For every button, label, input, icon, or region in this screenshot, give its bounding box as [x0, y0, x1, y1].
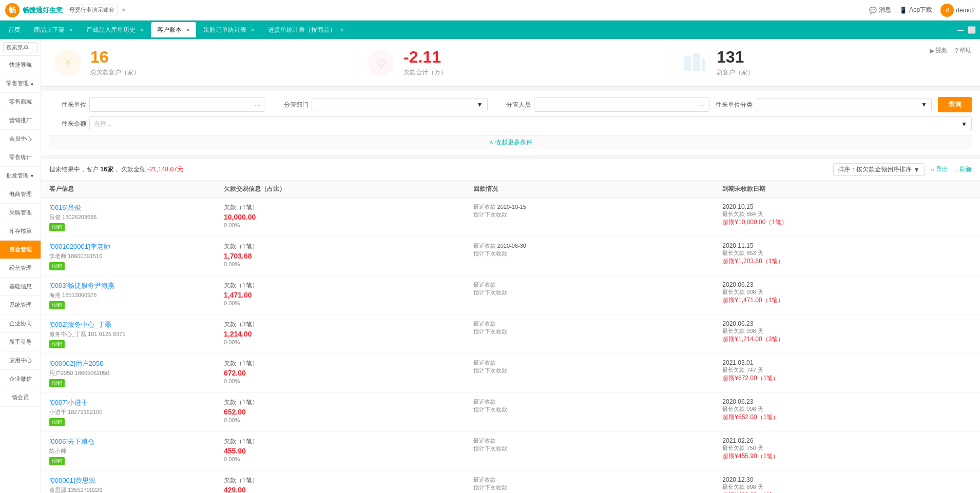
- sidebar-item-enterprise-wechat[interactable]: 企业微信: [0, 370, 41, 388]
- sidebar-item-ecommerce[interactable]: 电商管理: [0, 185, 41, 204]
- sidebar-item-app-center[interactable]: 应用中心: [0, 351, 41, 370]
- filter-item-vendor: 往来单位 ···: [49, 97, 265, 112]
- customer-sub-8: 黄思源 13552700226: [49, 486, 224, 493]
- table-row: [0001020001]李老师 李老师 18600391516 现销 欠款（1笔…: [41, 237, 980, 276]
- due-date-1: 2020.10.15: [722, 203, 972, 210]
- customer-info-2: [0001020001]李老师 李老师 18600391516 现销: [49, 242, 224, 270]
- collapse-label: 收起更多条件: [495, 139, 532, 146]
- customer-info-3: [0003]畅捷服务尹海燕 海燕 18513066976 现销: [49, 281, 224, 309]
- filter-input-person[interactable]: ···: [534, 97, 710, 112]
- next-return-5: 预计下次收款: [473, 367, 723, 374]
- due-amount-5[interactable]: 超期¥672.00（1笔）: [722, 374, 972, 383]
- tab-purchase-order[interactable]: 采购订单统计表 ✕: [197, 22, 261, 37]
- due-amount-1[interactable]: 超期¥10,000.00（1笔）: [722, 218, 972, 227]
- sidebar-item-basic-info[interactable]: 基础信息: [0, 278, 41, 296]
- customer-name-8[interactable]: [000001]黄思源: [49, 476, 224, 485]
- search-button[interactable]: 查询: [938, 97, 972, 112]
- video-link[interactable]: ▶ 视频: [930, 46, 948, 55]
- export-button[interactable]: ○ 导出: [931, 165, 948, 174]
- sidebar-item-enterprise-collab[interactable]: 企业协同: [0, 314, 41, 333]
- sidebar-item-system-mgmt[interactable]: 系统管理: [0, 296, 41, 314]
- sidebar-item-marketing[interactable]: 营销推广: [0, 111, 41, 130]
- sidebar-item-marketing-label: 营销推广: [9, 117, 32, 123]
- tab-stock-stats[interactable]: 进货单统计表（按商品） ✕: [262, 22, 350, 37]
- tab-stock-stats-close[interactable]: ✕: [340, 27, 344, 33]
- due-days-2: 最长欠款 853 天: [722, 249, 972, 257]
- logo-icon: 畅: [5, 3, 20, 17]
- filter-select-dept[interactable]: ▼: [312, 98, 488, 111]
- tab-purchase-order-label: 采购订单统计表: [203, 26, 246, 34]
- collapse-row[interactable]: ∧ 收起更多条件: [49, 135, 972, 149]
- sidebar-item-inventory[interactable]: 库存核算: [0, 222, 41, 241]
- sidebar-item-quick-nav[interactable]: 快捷导航: [0, 56, 41, 74]
- sidebar-item-new-guide[interactable]: 新手引导: [0, 333, 41, 351]
- tab-home[interactable]: 首页: [2, 22, 27, 37]
- customer-name-1[interactable]: [0016]吕俊: [49, 203, 224, 212]
- filter-select-category[interactable]: ▼: [756, 98, 932, 111]
- sidebar-item-batch-mgmt[interactable]: 批发管理 ▼: [0, 167, 41, 185]
- minimize-icon[interactable]: —: [957, 26, 964, 34]
- sidebar-item-capital-mgmt[interactable]: 资金管理: [0, 241, 41, 259]
- refresh-icon: ○: [954, 166, 958, 173]
- filter-label-category: 往来单位分类: [716, 101, 753, 109]
- sidebar-item-member-center[interactable]: 会员中心: [0, 130, 41, 148]
- sidebar-item-basic-info-label: 基础信息: [9, 283, 32, 289]
- filter-select-balance[interactable]: 选择... ▼: [89, 116, 972, 131]
- due-amount-8[interactable]: 超期¥429.00（1笔）: [722, 491, 972, 493]
- customer-sub-1: 吕俊 13026203696: [49, 213, 224, 221]
- message-btn[interactable]: 💬 消息: [869, 6, 891, 14]
- debt-amount-8: 429.00: [224, 486, 473, 493]
- sidebar-item-retail-mall[interactable]: 零售商城: [0, 93, 41, 111]
- customer-name-4[interactable]: [0002]服务中心_丁磊: [49, 320, 224, 329]
- sidebar-search-input[interactable]: [3, 42, 37, 52]
- content-area: ¥ 16 总欠款客户（家） ◇ -2.11 欠款合计（万）: [41, 39, 980, 493]
- top-bar: 畅 畅捷通好生意 母婴行业演示账套 ▼ 💬 消息 📱 App下载 d demo2: [0, 0, 980, 21]
- help-link[interactable]: ? 帮助: [955, 46, 972, 55]
- tab-customer-account[interactable]: 客户账本 ✕: [151, 22, 196, 37]
- maximize-icon[interactable]: ⬜: [968, 26, 976, 34]
- due-amount-3[interactable]: 超期¥1,471.00（1笔）: [722, 296, 972, 305]
- tab-production[interactable]: 产成品入库单历史 ✕: [80, 22, 150, 37]
- customer-name-5[interactable]: [000002]用户2050: [49, 359, 224, 368]
- filter-item-dept: 分管部门 ▼: [272, 98, 488, 111]
- sidebar-item-purchase-mgmt[interactable]: 采购管理: [0, 204, 41, 222]
- tab-products-close[interactable]: ✕: [69, 27, 73, 33]
- tab-production-close[interactable]: ✕: [140, 27, 144, 33]
- due-amount-2[interactable]: 超期¥1,703.68（1笔）: [722, 257, 972, 266]
- sidebar-item-business-mgmt[interactable]: 经营管理: [0, 259, 41, 278]
- due-amount-7[interactable]: 超期¥455.90（1笔）: [722, 452, 972, 461]
- customer-name-2[interactable]: [0001020001]李老师: [49, 242, 224, 251]
- due-date-2: 2020.11.15: [722, 242, 972, 249]
- filter-label-person: 分管人员: [494, 101, 531, 109]
- sidebar-item-retail-mgmt[interactable]: 零售管理 ▲: [0, 74, 41, 93]
- sort-select[interactable]: 排序：按欠款金额倒序排序 ▼: [833, 163, 925, 176]
- sidebar-search-box: [0, 39, 41, 56]
- user-profile[interactable]: d demo2: [940, 4, 975, 17]
- due-days-5: 最长欠款 747 天: [722, 366, 972, 374]
- tab-bar: 首页 商品上下架 ✕ 产成品入库单历史 ✕ 客户账本 ✕ 采购订单统计表 ✕ 进…: [0, 21, 980, 39]
- sidebar-item-retail-stats[interactable]: 零售统计: [0, 148, 41, 167]
- sidebar-item-retail-stats-label: 零售统计: [9, 154, 32, 160]
- refresh-button[interactable]: ○ 刷新: [954, 165, 972, 174]
- tab-customer-account-close[interactable]: ✕: [186, 27, 190, 33]
- due-days-1: 最长欠款 884 天: [722, 210, 972, 218]
- sidebar-item-member[interactable]: 畅会员: [0, 388, 41, 407]
- next-return-3: 预计下次收款: [473, 289, 723, 297]
- stat-number-3: 131: [717, 48, 754, 66]
- customer-name-6[interactable]: [0007]小进干: [49, 398, 224, 407]
- tab-purchase-order-close[interactable]: ✕: [251, 27, 255, 33]
- due-amount-4[interactable]: 超期¥1,214.00（3笔）: [722, 335, 972, 344]
- app-download-btn[interactable]: 📱 App下载: [899, 6, 932, 14]
- customer-name-3[interactable]: [0003]畅捷服务尹海燕: [49, 281, 224, 290]
- due-amount-6[interactable]: 超期¥652.00（1笔）: [722, 413, 972, 422]
- tab-products[interactable]: 商品上下架 ✕: [28, 22, 79, 37]
- table-row: [0016]吕俊 吕俊 13026203696 现销 欠款（1笔） 10,000…: [41, 198, 980, 237]
- filter-input-vendor[interactable]: ···: [89, 97, 265, 112]
- message-icon: 💬: [869, 7, 877, 14]
- debt-percent-4: 0.00%: [224, 339, 473, 345]
- industry-select[interactable]: 母婴行业演示账套: [66, 5, 118, 15]
- customer-sub-3: 海燕 18513066976: [49, 291, 224, 299]
- customer-name-7[interactable]: [0006]去下粮仓: [49, 437, 224, 446]
- debt-count-4: 欠款（3笔）: [224, 320, 473, 329]
- sidebar-item-batch-mgmt-label: 批发管理: [6, 172, 29, 180]
